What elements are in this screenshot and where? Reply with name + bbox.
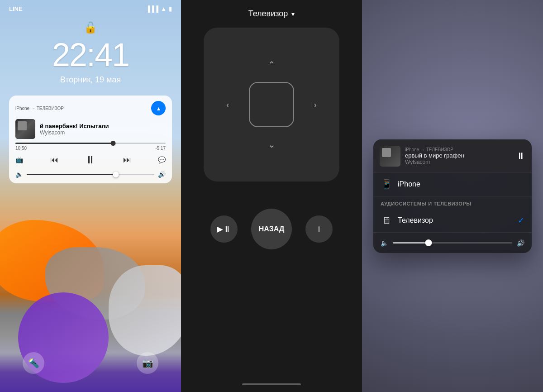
tv-device-name: Телевизор [398,216,512,225]
shape-orange [0,220,104,301]
airplay-track-info: iPhone → ТЕЛЕВИЗОР ервый в мире графен W… [405,147,512,165]
volume-high-icon: 🔊 [158,171,166,178]
progress-bar[interactable] [15,143,166,144]
dpad-down-icon[interactable]: ⌄ [268,139,276,150]
play-pause-button[interactable]: ⏸ [85,153,96,166]
volume-low-icon: 🔈 [15,171,23,178]
dpad-up-icon[interactable]: ⌃ [268,59,276,70]
airplay-vol-high-icon: 🔊 [517,239,524,247]
status-icons: ▐▐▐ ▲ ▮ [146,5,172,12]
lock-icon: 🔓 [84,21,97,34]
rewind-button[interactable]: ⏮ [50,155,58,165]
time-remaining: -5:17 [155,146,166,151]
volume-control: 🔈 🔊 [15,171,166,178]
airplay-source-label: iPhone → ТЕЛЕВИЗОР [405,147,512,152]
audio-systems-label: АУДИОСИСТЕМЫ И ТЕЛЕВИЗОРЫ [373,196,532,209]
airplay-now-playing: iPhone → ТЕЛЕВИЗОР ервый в мире графен W… [373,139,532,172]
remote-panel: Телевизор ▾ ⌃ ⌄ ‹ › ▶︎⏸ НАЗАД i [181,0,362,392]
airplay-volume-row: 🔈 🔊 [373,233,532,253]
progress-thumb[interactable] [110,141,115,146]
forward-button[interactable]: ⏭ [123,155,131,165]
back-button[interactable]: НАЗАД [251,209,292,249]
track-artist: Wylsacom [40,129,166,136]
now-playing-header: iPhone → ТЕЛЕВИЗОР ▴ [15,101,166,115]
volume-thumb[interactable] [113,172,119,177]
lock-bottom-row: 🔦 📷 [0,352,181,374]
airplay-card: iPhone → ТЕЛЕВИЗОР ервый в мире графен W… [373,139,532,253]
track-info: й павербанк! Испытали Wylsacom [40,123,166,136]
dpad-center-button[interactable] [249,82,294,127]
lock-time: 22:41 [52,36,129,73]
remote-title: Телевизор [248,9,288,19]
now-playing-widget: iPhone → ТЕЛЕВИЗОР ▴ й павербанк! Испыта… [9,96,172,183]
signal-icon: ▐▐▐ [146,5,158,12]
selected-checkmark-icon: ✓ [518,215,524,225]
now-playing-info: й павербанк! Испытали Wylsacom [15,119,166,139]
wifi-icon: ▲ [161,5,167,12]
shape-gray [45,247,145,320]
dpad-left-icon[interactable]: ‹ [226,100,229,110]
camera-icon: 📷 [142,358,153,368]
remote-icon[interactable]: 📺 [15,156,23,163]
shape-silver [109,265,181,356]
progress-section[interactable]: 10:50 -5:17 [15,143,166,151]
airplay-play-button[interactable]: ⏸ [516,151,525,161]
tv-icon: 🖥 [381,215,392,226]
lyrics-button[interactable]: 💬 [158,156,166,163]
airplay-button[interactable]: ▴ [151,101,166,115]
now-playing-source: iPhone → ТЕЛЕВИЗОР [15,106,64,111]
time-elapsed: 10:50 [15,146,27,151]
lock-top-bar: LINE ▐▐▐ ▲ ▮ [0,0,181,12]
dpad-right-icon[interactable]: › [314,100,317,110]
track-title: й павербанк! Испытали [40,123,166,129]
volume-fill [27,174,116,175]
airplay-vol-thumb[interactable] [425,239,432,246]
home-indicator [242,383,301,385]
info-button[interactable]: i [305,215,333,243]
volume-bar[interactable] [27,174,154,175]
lock-screen-panel: LINE ▐▐▐ ▲ ▮ 🔓 22:41 Вторник, 19 мая iPh… [0,0,181,392]
carrier-label: LINE [9,5,23,12]
remote-header: Телевизор ▾ [248,9,295,19]
airplay-devices: 📱 iPhone АУДИОСИСТЕМЫ И ТЕЛЕВИЗОРЫ 🖥 Тел… [373,172,532,233]
airplay-vol-fill [393,242,429,244]
play-pause-remote-button[interactable]: ▶︎⏸ [210,215,238,243]
playback-controls: 📺 ⏮ ⏸ ⏭ 💬 [15,153,166,166]
album-art [15,119,35,139]
airplay-vol-low-icon: 🔈 [381,239,388,247]
flashlight-button[interactable]: 🔦 [23,352,44,374]
remote-chevron-icon[interactable]: ▾ [291,10,295,18]
iphone-device-row[interactable]: 📱 iPhone [373,172,532,196]
phone-icon: 📱 [381,179,392,190]
progress-fill [15,143,113,144]
remote-dpad: ⌃ ⌄ ‹ › [226,59,317,150]
camera-button[interactable]: 📷 [137,352,158,374]
tv-device-row[interactable]: 🖥 Телевизор ✓ [373,209,532,233]
flashlight-icon: 🔦 [28,358,39,368]
remote-touchpad[interactable]: ⌃ ⌄ ‹ › [204,28,339,182]
progress-times: 10:50 -5:17 [15,146,166,151]
remote-bottom-bar: ▶︎⏸ НАЗАД i [181,209,362,249]
lock-date: Вторник, 19 мая [60,75,121,85]
airplay-track-title: ервый в мире графен [405,152,512,159]
play-pause-icon: ▶︎⏸ [217,224,231,234]
battery-icon: ▮ [169,5,172,12]
airplay-album-art [380,146,400,167]
airplay-panel: iPhone → ТЕЛЕВИЗОР ервый в мире графен W… [362,0,543,392]
iphone-device-name: iPhone [398,180,524,188]
airplay-volume-bar[interactable] [393,242,512,244]
airplay-icon: ▴ [157,105,160,112]
airplay-track-artist: Wylsacom [405,159,512,165]
